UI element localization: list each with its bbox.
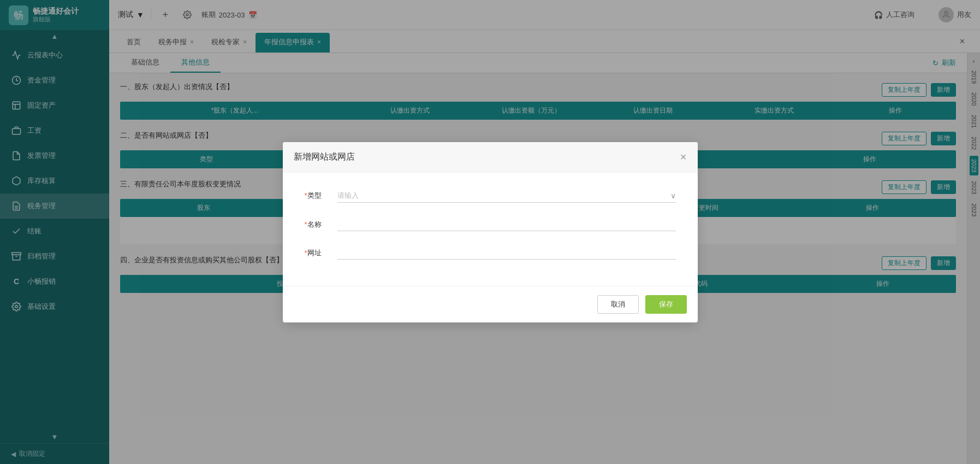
- form-input-wrapper-url: [337, 246, 676, 260]
- form-input-wrapper-name: [337, 218, 676, 231]
- form-input-wrapper-type: ∨: [337, 189, 676, 203]
- name-input[interactable]: [337, 220, 676, 228]
- type-dropdown-icon[interactable]: ∨: [670, 191, 676, 200]
- required-star-url: *: [305, 249, 307, 257]
- modal-body: *类型 ∨ *名称 *网址: [283, 173, 698, 286]
- required-star-type: *: [305, 191, 307, 199]
- form-label-type: *类型: [305, 191, 337, 201]
- modal-footer: 取消 保存: [283, 286, 698, 322]
- form-label-url: *网址: [305, 248, 337, 258]
- form-field-type: *类型 ∨: [305, 189, 676, 203]
- url-input[interactable]: [337, 249, 676, 257]
- modal-close-button[interactable]: ×: [680, 151, 687, 163]
- modal-header: 新增网站或网店 ×: [283, 142, 698, 173]
- form-label-name: *名称: [305, 220, 337, 230]
- cancel-button[interactable]: 取消: [597, 295, 639, 314]
- modal-overlay: 新增网站或网店 × *类型 ∨ *名称: [0, 0, 980, 464]
- required-star-name: *: [305, 220, 307, 228]
- type-input[interactable]: [337, 191, 670, 199]
- save-button[interactable]: 保存: [645, 295, 687, 314]
- form-field-name: *名称: [305, 218, 676, 231]
- form-field-url: *网址: [305, 246, 676, 260]
- modal-add-website: 新增网站或网店 × *类型 ∨ *名称: [283, 142, 698, 322]
- modal-title: 新增网站或网店: [294, 151, 355, 163]
